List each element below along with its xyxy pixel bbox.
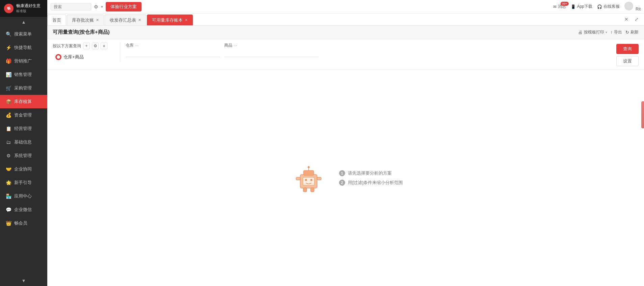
money-icon: 💰 — [5, 112, 11, 118]
svg-rect-8 — [317, 177, 321, 180]
shortcut-icon: ⚡ — [5, 45, 11, 50]
goods-filter: 商品 ··· — [224, 43, 319, 57]
page-header: 可用量查询(按仓库+商品) 🖨 按模板打印 ▾ ↑ 导出 ↻ 刷新 — [47, 26, 644, 39]
page-content: 可用量查询(按仓库+商品) 🖨 按模板打印 ▾ ↑ 导出 ↻ 刷新 — [47, 26, 644, 286]
scroll-down-btn[interactable]: ▼ — [20, 277, 27, 285]
phone-icon: 📱 — [571, 4, 576, 9]
user-profile-btn[interactable]: Rit — [624, 2, 641, 11]
svg-point-2 — [305, 179, 307, 181]
sidebar-scroll-up[interactable]: ▲ — [0, 17, 47, 27]
scroll-up-btn[interactable]: ▲ — [20, 18, 27, 26]
hint-item-2: 2 用[过滤]条件来缩小分析范围 — [339, 180, 403, 186]
hint1-text: 请先选择要分析的方案 — [348, 170, 392, 176]
topbar: ⚙ ▾ 体验行业方案 ✉ 消息 99+ 📱 App下载 🎧 在线客服 Rit — [47, 0, 644, 14]
industry-btn[interactable]: 体验行业方案 — [106, 2, 141, 11]
page-header-actions: 🖨 按模板打印 ▾ ↑ 导出 ↻ 刷新 — [578, 29, 639, 35]
tab-available[interactable]: 可用量库存账本 ✕ — [147, 15, 193, 25]
warehouse-filter: 仓库 ··· — [126, 43, 220, 57]
query-btn[interactable]: 查询 — [616, 44, 639, 54]
sidebar-item-operations[interactable]: 📋 经营管理 — [0, 122, 47, 135]
gift-icon: 🎁 — [5, 58, 11, 64]
page-title: 可用量查询(按仓库+商品) — [53, 29, 110, 35]
scheme-add-btn[interactable]: + — [83, 43, 90, 49]
online-service-btn[interactable]: 🎧 在线客服 — [597, 4, 620, 9]
warehouse-input[interactable] — [126, 49, 220, 57]
export-icon: ↑ — [611, 30, 613, 35]
refresh-label: 刷新 — [630, 29, 639, 35]
gear-icon[interactable]: ⚙ — [94, 4, 98, 9]
search-input[interactable] — [51, 3, 91, 10]
tab-close-btn[interactable]: ✕ — [622, 15, 630, 23]
sidebar-item-guide[interactable]: 🌟 新手引导 — [0, 176, 47, 189]
empty-state: 1 请先选择要分析的方案 2 用[过滤]条件来缩小分析范围 — [47, 70, 644, 286]
settings-btn[interactable]: 设置 — [616, 56, 639, 66]
tab-expand-btn[interactable]: ⤢ — [633, 15, 641, 23]
topbar-right: ✉ 消息 99+ 📱 App下载 🎧 在线客服 Rit — [553, 2, 641, 11]
sidebar-menu: 🔍 搜索菜单 ⚡ 快捷导航 🎁 营销推广 📊 销售管理 🛒 采购管理 📦 库存核… — [0, 27, 47, 276]
goods-input[interactable] — [224, 49, 319, 57]
tab-batch[interactable]: 库存批次账 ✕ — [67, 15, 104, 25]
service-label: 在线客服 — [603, 4, 620, 9]
tab-summary-close[interactable]: ✕ — [138, 18, 141, 22]
query-actions: 查询 设置 — [612, 44, 639, 66]
sidebar-item-basic[interactable]: 🗂 基础信息 — [0, 135, 47, 149]
refresh-icon: ↻ — [625, 30, 629, 35]
sidebar-item-wechat[interactable]: 💬 企业微信 — [0, 203, 47, 216]
tab-home-label: 首页 — [52, 17, 61, 23]
export-label: 导出 — [614, 29, 622, 35]
print-dropdown-icon[interactable]: ▾ — [606, 30, 607, 34]
print-icon: 🖨 — [578, 30, 583, 35]
export-btn[interactable]: ↑ 导出 — [611, 29, 622, 35]
refresh-btn[interactable]: ↻ 刷新 — [625, 29, 639, 35]
tab-available-label: 可用量库存账本 — [152, 17, 183, 23]
sidebar-item-finance[interactable]: 💰 资金管理 — [0, 108, 47, 122]
goods-more-btn[interactable]: ··· — [234, 43, 237, 48]
sidebar-item-appstore[interactable]: 🏪 应用中心 — [0, 189, 47, 203]
tab-batch-label: 库存批次账 — [72, 17, 94, 23]
sidebar-item-member[interactable]: 👑 畅会员 — [0, 216, 47, 230]
sidebar-item-inventory[interactable]: 📦 库存核算 — [0, 95, 47, 108]
sidebar-scroll-down[interactable]: ▼ — [0, 276, 47, 286]
sidebar-item-enterprise[interactable]: 🤝 企业协同 — [0, 162, 47, 176]
tabs-bar: 首页 库存批次账 ✕ 收发存汇总表 ✕ 可用量库存账本 ✕ ✕ ⤢ — [47, 14, 644, 26]
right-scrollbar[interactable] — [641, 101, 644, 128]
user-name: Rit — [636, 7, 641, 11]
member-icon: 👑 — [5, 220, 11, 226]
sidebar-item-system[interactable]: ⚙ 系统管理 — [0, 149, 47, 162]
avatar — [624, 2, 633, 10]
scheme-collapse-btn[interactable]: « — [101, 43, 107, 49]
svg-point-3 — [310, 179, 312, 181]
sidebar-item-marketing[interactable]: 🎁 营销推广 — [0, 54, 47, 68]
warehouse-label: 仓库 — [126, 43, 134, 48]
svg-rect-1 — [303, 177, 314, 185]
tab-home[interactable]: 首页 — [47, 15, 66, 25]
tab-available-close[interactable]: ✕ — [185, 18, 188, 22]
sidebar-item-search[interactable]: 🔍 搜索菜单 — [0, 27, 47, 41]
collapse-icon: « — [103, 44, 105, 48]
svg-rect-4 — [304, 171, 314, 175]
goods-label: 商品 — [224, 43, 232, 48]
appstore-icon: 🏪 — [5, 193, 11, 199]
sidebar-item-purchase[interactable]: 🛒 采购管理 — [0, 81, 47, 95]
scheme-settings-btn[interactable]: ⚙ — [92, 43, 99, 49]
hint-item-1: 1 请先选择要分析的方案 — [339, 170, 403, 176]
app-download-btn[interactable]: 📱 App下载 — [571, 4, 592, 9]
sidebar-item-sales[interactable]: 📊 销售管理 — [0, 68, 47, 81]
topbar-dropdown-icon[interactable]: ▾ — [101, 4, 103, 9]
search-icon: 🔍 — [5, 31, 11, 37]
scheme-item-warehouse[interactable]: 仓库+商品 — [53, 52, 114, 62]
print-btn[interactable]: 🖨 按模板打印 ▾ — [578, 29, 607, 35]
print-label: 按模板打印 — [584, 29, 604, 35]
empty-illustration — [288, 158, 329, 198]
tab-batch-close[interactable]: ✕ — [96, 18, 99, 22]
warehouse-more-btn[interactable]: ··· — [135, 43, 138, 48]
message-btn[interactable]: ✉ 消息 99+ — [553, 4, 566, 9]
headset-icon: 🎧 — [597, 4, 602, 9]
settings-icon: ⚙ — [94, 44, 97, 48]
scheme-panel: 按以下方案查询 + ⚙ « 仓库+商品 — [53, 43, 120, 62]
tab-summary[interactable]: 收发存汇总表 ✕ — [105, 15, 146, 25]
sidebar-item-shortcut[interactable]: ⚡ 快捷导航 — [0, 41, 47, 54]
sidebar: 畅 畅康通好生意 标准版 ▲ 🔍 搜索菜单 ⚡ 快捷导航 🎁 营销推广 📊 销售… — [0, 0, 47, 286]
step1-circle: 1 — [339, 170, 345, 176]
step2-circle: 2 — [339, 180, 345, 186]
